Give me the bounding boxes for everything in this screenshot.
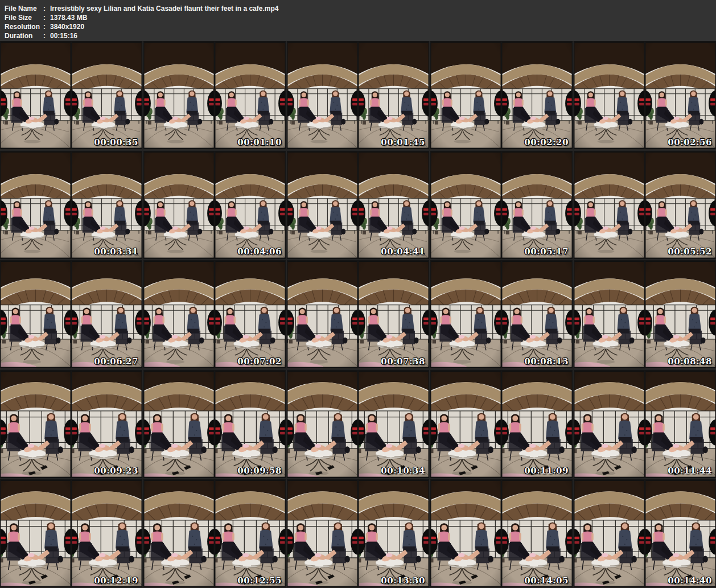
video-thumbnail[interactable]: 00:09:23: [0, 370, 142, 479]
contact-sheet: File Name:Irresistibly sexy Lilian and K…: [0, 0, 716, 588]
vr-scene-graphic: [574, 479, 645, 588]
vr-left-eye-frame: [287, 41, 358, 150]
video-thumbnail[interactable]: 00:04:41: [287, 151, 429, 260]
video-thumbnail[interactable]: 00:05:52: [574, 151, 716, 260]
video-thumbnail[interactable]: 00:14:05: [430, 479, 573, 588]
vr-left-eye-frame: [430, 370, 501, 479]
vr-right-eye-frame: [501, 479, 573, 588]
file-info-label: File Name: [5, 4, 43, 13]
vr-scene-graphic: [358, 479, 429, 588]
vr-left-eye-frame: [287, 260, 358, 369]
vr-right-eye-frame: [358, 41, 429, 150]
vr-scene-graphic: [430, 479, 501, 588]
vr-stereo-pair: [287, 370, 429, 479]
thumbnail-grid: 00:00:35: [0, 41, 716, 588]
vr-left-eye-frame: [574, 260, 645, 369]
video-thumbnail[interactable]: 00:00:35: [0, 41, 142, 150]
vr-right-eye-frame: [501, 370, 573, 479]
file-name-value: Irresistibly sexy Lilian and Katia Casad…: [50, 4, 716, 13]
vr-right-eye-frame: [645, 370, 716, 479]
vr-scene-graphic: [574, 370, 645, 479]
video-thumbnail[interactable]: 00:01:10: [143, 41, 286, 150]
vr-scene-graphic: [358, 370, 429, 479]
video-thumbnail[interactable]: 00:01:45: [287, 41, 429, 150]
video-thumbnail[interactable]: 00:08:48: [574, 260, 716, 369]
vr-right-eye-frame: [645, 151, 716, 260]
file-info-row-filename: File Name:Irresistibly sexy Lilian and K…: [5, 4, 716, 13]
vr-scene-graphic: [501, 151, 573, 260]
vr-scene-graphic: [143, 151, 215, 260]
vr-right-eye-frame: [358, 260, 429, 369]
vr-scene-graphic: [0, 370, 71, 479]
vr-scene-graphic: [215, 370, 286, 479]
video-thumbnail[interactable]: 00:14:40: [574, 479, 716, 588]
vr-scene-graphic: [574, 260, 645, 369]
vr-right-eye-frame: [71, 151, 142, 260]
vr-left-eye-frame: [287, 151, 358, 260]
vr-stereo-pair: [574, 41, 716, 150]
vr-scene-graphic: [645, 479, 716, 588]
video-thumbnail[interactable]: 00:11:09: [430, 370, 573, 479]
file-info-label: Resolution: [5, 22, 43, 31]
vr-left-eye-frame: [0, 151, 71, 260]
video-thumbnail[interactable]: 00:12:19: [0, 479, 142, 588]
vr-stereo-pair: [574, 479, 716, 588]
vr-left-eye-frame: [574, 151, 645, 260]
vr-scene-graphic: [71, 151, 142, 260]
vr-scene-graphic: [645, 260, 716, 369]
video-thumbnail[interactable]: 00:10:34: [287, 370, 429, 479]
vr-stereo-pair: [143, 260, 286, 369]
vr-right-eye-frame: [215, 260, 286, 369]
vr-stereo-pair: [287, 41, 429, 150]
vr-scene-graphic: [501, 479, 573, 588]
file-info-separator: :: [43, 31, 50, 40]
video-thumbnail[interactable]: 00:07:02: [143, 260, 286, 369]
video-thumbnail[interactable]: 00:09:58: [143, 370, 286, 479]
vr-left-eye-frame: [430, 260, 501, 369]
vr-scene-graphic: [71, 260, 142, 369]
file-info-row-filesize: File Size:1378.43 MB: [5, 13, 716, 22]
vr-scene-graphic: [645, 151, 716, 260]
vr-scene-graphic: [574, 41, 645, 150]
vr-left-eye-frame: [143, 370, 215, 479]
vr-scene-graphic: [71, 41, 142, 150]
video-thumbnail[interactable]: 00:02:56: [574, 41, 716, 150]
video-thumbnail[interactable]: 00:07:38: [287, 260, 429, 369]
vr-left-eye-frame: [574, 370, 645, 479]
vr-scene-graphic: [0, 151, 71, 260]
vr-right-eye-frame: [215, 151, 286, 260]
vr-stereo-pair: [430, 151, 573, 260]
video-thumbnail[interactable]: 00:06:27: [0, 260, 142, 369]
vr-scene-graphic: [430, 260, 501, 369]
vr-right-eye-frame: [215, 479, 286, 588]
vr-right-eye-frame: [215, 41, 286, 150]
video-thumbnail[interactable]: 00:03:31: [0, 151, 142, 260]
vr-scene-graphic: [501, 260, 573, 369]
video-thumbnail[interactable]: 00:05:17: [430, 151, 573, 260]
file-info-separator: :: [43, 4, 50, 13]
video-thumbnail[interactable]: 00:02:20: [430, 41, 573, 150]
vr-scene-graphic: [71, 479, 142, 588]
vr-scene-graphic: [287, 479, 358, 588]
video-thumbnail[interactable]: 00:04:06: [143, 151, 286, 260]
video-thumbnail[interactable]: 00:08:13: [430, 260, 573, 369]
vr-stereo-pair: [0, 151, 142, 260]
video-thumbnail[interactable]: 00:11:44: [574, 370, 716, 479]
vr-left-eye-frame: [143, 151, 215, 260]
vr-left-eye-frame: [430, 479, 501, 588]
vr-scene-graphic: [0, 479, 71, 588]
vr-scene-graphic: [215, 41, 286, 150]
resolution-value: 3840x1920: [50, 22, 716, 31]
vr-right-eye-frame: [215, 370, 286, 479]
vr-left-eye-frame: [0, 41, 71, 150]
vr-stereo-pair: [0, 370, 142, 479]
video-thumbnail[interactable]: 00:13:30: [287, 479, 429, 588]
vr-right-eye-frame: [358, 151, 429, 260]
vr-stereo-pair: [287, 479, 429, 588]
vr-stereo-pair: [143, 370, 286, 479]
vr-left-eye-frame: [287, 370, 358, 479]
file-info-separator: :: [43, 22, 50, 31]
file-info-label: Duration: [5, 31, 43, 40]
vr-scene-graphic: [430, 41, 501, 150]
video-thumbnail[interactable]: 00:12:55: [143, 479, 286, 588]
